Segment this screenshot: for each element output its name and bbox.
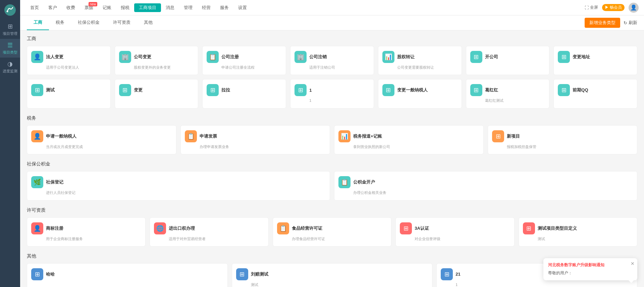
new-project-icon: ⊞ bbox=[492, 130, 504, 142]
tax-cards: 👤 申请一般纳税人 当月或次月成变更完成 📋 申请发票 办理申请发票业务 📊 税… bbox=[27, 125, 637, 154]
nav-operation[interactable]: 经营 bbox=[197, 3, 215, 12]
svg-point-1 bbox=[7, 11, 8, 12]
sidebar-item-project-type[interactable]: ☰ 项目类型 bbox=[0, 39, 20, 58]
fullscreen-icon: ⛶ bbox=[585, 5, 589, 10]
new-type-button[interactable]: 新增业务类型 bbox=[585, 18, 620, 28]
card-company-change[interactable]: 🏢 公司变更 股权变更外的业务变更 bbox=[115, 46, 199, 75]
nav-home[interactable]: 首页 bbox=[25, 3, 44, 12]
apply-invoice-icon: 📋 bbox=[185, 130, 197, 142]
notification-body: 尊敬的用户： bbox=[548, 270, 633, 276]
food-license-icon: 📋 bbox=[277, 222, 289, 234]
user-avatar[interactable]: 👤 bbox=[629, 3, 639, 13]
company-register-icon: 📋 bbox=[207, 51, 219, 63]
legal-change-icon: 👤 bbox=[31, 51, 43, 63]
license-section-title: 许可资质 bbox=[27, 207, 637, 213]
nav-settings[interactable]: 设置 bbox=[233, 3, 252, 12]
card-test-type-def[interactable]: ⊞ 测试项目类型目定义 测试 bbox=[519, 217, 637, 246]
nav-service[interactable]: 服务 bbox=[215, 3, 233, 12]
company-change-icon: 🏢 bbox=[119, 51, 131, 63]
fullscreen-btn[interactable]: ⛶ 全屏 bbox=[585, 5, 598, 10]
mahonghong-icon: ⊞ bbox=[470, 84, 482, 96]
card-test[interactable]: ⊞ 测试 bbox=[27, 79, 111, 108]
nav-message[interactable]: 消息 bbox=[161, 3, 179, 12]
tabs-bar: 工商 税务 社保公积金 许可资质 其他 新增业务类型 ↻ 刷新 bbox=[20, 15, 644, 30]
card-change2[interactable]: ⊞ 变更 bbox=[115, 79, 199, 108]
test-type-def-icon: ⊞ bbox=[523, 222, 535, 234]
license-cards: 👤 商标注册 用于企业商标注册服务 🌐 进出口权办理 适用于对外贸易经营者 📋 … bbox=[27, 217, 637, 246]
card-liu-pei-test[interactable]: ⊞ 刘赔测试 测试 bbox=[232, 263, 433, 287]
notification-popup: ✕ 河北税务数字账户升级影响通知 尊敬的用户： bbox=[543, 258, 637, 280]
refresh-button[interactable]: ↻ 刷新 bbox=[624, 20, 637, 26]
tabs-actions: 新增业务类型 ↻ 刷新 bbox=[585, 18, 637, 28]
tab-other[interactable]: 其他 bbox=[137, 15, 159, 30]
social-cards: 🌿 社保登记 进行人员社保登记 📋 公积金开户 办理公积金相关业务 bbox=[27, 171, 637, 200]
nav-billing[interactable]: 收费 bbox=[62, 3, 80, 12]
monitor-icon: ◑ bbox=[7, 60, 13, 68]
top-navigation: 首页 客户 收费 票据 new 记账 报税 工商项目 消息 管理 经营 服务 设… bbox=[20, 0, 644, 15]
sidebar-item-project-manage[interactable]: ⊞ 项目管理 bbox=[0, 20, 20, 39]
card-trademark[interactable]: 👤 商标注册 用于企业商标注册服务 bbox=[27, 217, 146, 246]
card-food-license[interactable]: 📋 食品经营许可证 办理食品经营许可证 bbox=[273, 217, 391, 246]
change-taxpayer-icon: ⊞ bbox=[382, 84, 394, 96]
social-section-title: 社保公积金 bbox=[27, 161, 637, 167]
card-3a-cert[interactable]: ⊞ 3A认证 对企业信誉评级 bbox=[395, 217, 514, 246]
sidebar-label-project-manage: 项目管理 bbox=[3, 31, 17, 36]
industry-cards-row1: 👤 法人变更 适用于公司变更法人 🏢 公司变更 股权变更外的业务变更 📋 公司注… bbox=[27, 46, 637, 75]
card-company-register[interactable]: 📋 公司注册 申请公司注册全流程 bbox=[202, 46, 286, 75]
card-haha[interactable]: ⊞ 哈哈 bbox=[27, 263, 228, 287]
card-legal-change[interactable]: 👤 法人变更 适用于公司变更法人 bbox=[27, 46, 111, 75]
tab-industry[interactable]: 工商 bbox=[27, 15, 49, 30]
tab-tax[interactable]: 税务 bbox=[49, 15, 71, 30]
tax-section-title: 税务 bbox=[27, 115, 637, 121]
play-icon: ▶ bbox=[605, 5, 609, 10]
industry-section-title: 工商 bbox=[27, 36, 637, 42]
change2-icon: ⊞ bbox=[119, 84, 131, 96]
notification-close-button[interactable]: ✕ bbox=[631, 261, 635, 266]
new-badge: new bbox=[89, 2, 97, 6]
card-social-register[interactable]: 🌿 社保登记 进行人员社保登记 bbox=[27, 171, 330, 200]
sidebar-item-progress-monitor[interactable]: ◑ 进度监测 bbox=[0, 58, 20, 76]
card-new-project[interactable]: ⊞ 新项目 报税加税控盘保管 bbox=[488, 125, 637, 154]
main-content: 工商 税务 社保公积金 许可资质 其他 新增业务类型 ↻ 刷新 工商 👤 法人变… bbox=[20, 15, 644, 287]
vip-badge[interactable]: ▶ 畅会员 bbox=[602, 4, 625, 11]
notification-triangle bbox=[629, 280, 634, 283]
lala-icon: ⊞ bbox=[207, 84, 219, 96]
card-change-address[interactable]: ⊞ 变更地址 bbox=[553, 46, 637, 75]
nav-bookkeeping[interactable]: 记账 bbox=[98, 3, 116, 12]
card-import-export[interactable]: 🌐 进出口权办理 适用于对外贸易经营者 bbox=[150, 217, 268, 246]
svg-point-0 bbox=[4, 4, 16, 16]
avatar-icon: 👤 bbox=[630, 4, 637, 11]
card-lala[interactable]: ⊞ 拉拉 bbox=[202, 79, 286, 108]
list-icon: ☰ bbox=[7, 42, 13, 49]
card-early-qq[interactable]: ⊞ 前期QQ bbox=[553, 79, 637, 108]
test-icon: ⊞ bbox=[31, 84, 43, 96]
card-change-taxpayer[interactable]: ⊞ 变更一般纳税人 bbox=[378, 79, 462, 108]
tab-license[interactable]: 许可资质 bbox=[106, 15, 137, 30]
card-apply-invoice[interactable]: 📋 申请发票 办理申请发票业务 bbox=[180, 125, 330, 154]
trademark-icon: 👤 bbox=[31, 222, 43, 234]
card-open-company[interactable]: ⊞ 开公司 bbox=[466, 46, 550, 75]
card-company-cancel[interactable]: 🏢 公司注销 适用于注销公司 bbox=[290, 46, 374, 75]
import-export-icon: 🌐 bbox=[154, 222, 166, 234]
liu-pei-test-icon: ⊞ bbox=[236, 268, 248, 280]
nav-tax[interactable]: 报税 bbox=[116, 3, 134, 12]
card-equity-transfer[interactable]: 📊 股权转让 公司变更需要股权转让 bbox=[378, 46, 462, 75]
nav-manage[interactable]: 管理 bbox=[179, 3, 197, 12]
card-num1[interactable]: ⊞ 1 1 bbox=[290, 79, 374, 108]
nav-customer[interactable]: 客户 bbox=[44, 3, 62, 12]
nav-industry[interactable]: 工商项目 bbox=[134, 3, 161, 12]
fund-account-icon: 📋 bbox=[338, 176, 351, 188]
card-fund-account[interactable]: 📋 公积金开户 办理公积金相关业务 bbox=[334, 171, 637, 200]
notification-title: 河北税务数字账户升级影响通知 bbox=[548, 262, 633, 268]
tab-social[interactable]: 社保公积金 bbox=[71, 15, 106, 30]
nav-invoice[interactable]: 票据 new bbox=[80, 3, 98, 12]
sidebar: ⊞ 项目管理 ☰ 项目类型 ◑ 进度监测 bbox=[0, 0, 20, 287]
num21-icon: ⊞ bbox=[441, 268, 453, 280]
card-apply-taxpayer[interactable]: 👤 申请一般纳税人 当月或次月成变更完成 bbox=[27, 125, 176, 154]
haha-icon: ⊞ bbox=[31, 268, 43, 280]
sidebar-label-project-type: 项目类型 bbox=[3, 50, 17, 55]
card-tax-report[interactable]: 📊 税务报道+记账 拿到营业执照的新公司 bbox=[334, 125, 484, 154]
card-mahonghong[interactable]: ⊞ 葛红红 葛红红测试 bbox=[466, 79, 550, 108]
num1-icon: ⊞ bbox=[294, 84, 307, 96]
apply-taxpayer-icon: 👤 bbox=[31, 130, 43, 142]
